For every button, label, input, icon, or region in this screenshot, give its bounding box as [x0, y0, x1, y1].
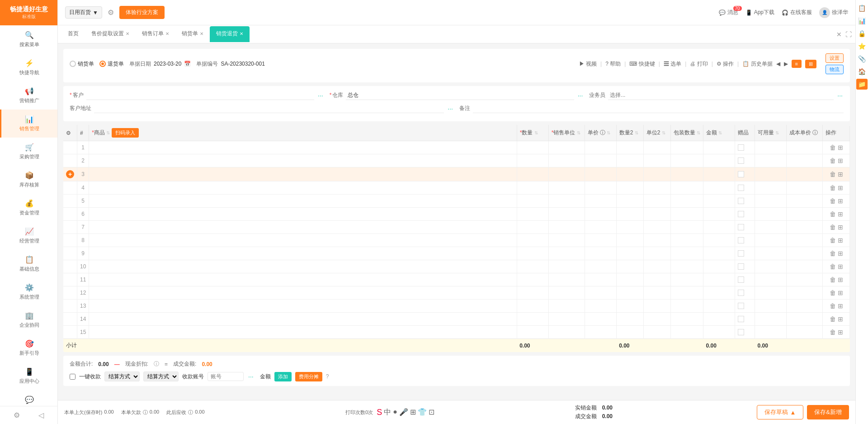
- row-price-5[interactable]: [585, 195, 616, 208]
- row-avail-7[interactable]: [755, 221, 787, 234]
- product-input-13[interactable]: [92, 302, 514, 310]
- row-unit2-13[interactable]: [643, 300, 670, 313]
- row-pack-10[interactable]: [670, 260, 703, 273]
- sidebar-item-marketing[interactable]: 📢 营销推广: [0, 81, 57, 110]
- right-icon-7[interactable]: 📁: [856, 79, 868, 90]
- row-qty-9[interactable]: [517, 247, 548, 260]
- row-qty-5[interactable]: [517, 195, 548, 208]
- copy-icon-4[interactable]: ⊞: [838, 184, 843, 191]
- sidebar-item-appstore[interactable]: 📱 应用中心: [0, 362, 57, 390]
- delete-icon-14[interactable]: 🗑: [830, 315, 836, 323]
- qty-input-5[interactable]: [520, 197, 546, 205]
- row-cost-14[interactable]: [787, 313, 823, 326]
- row-unit-1[interactable]: [548, 141, 585, 154]
- copy-icon-11[interactable]: ⊞: [838, 276, 843, 283]
- qty-input-3[interactable]: [520, 171, 546, 178]
- sidebar-item-newbie[interactable]: 🎯 新手引导: [0, 334, 57, 362]
- gift-checkbox-1[interactable]: [738, 144, 744, 151]
- copy-icon-13[interactable]: ⊞: [838, 302, 843, 310]
- row-avail-4[interactable]: [755, 181, 787, 195]
- list-view-btn[interactable]: ≡: [792, 60, 802, 68]
- row-unit-11[interactable]: [548, 273, 585, 286]
- delete-icon-4[interactable]: 🗑: [830, 184, 836, 191]
- right-icon-6[interactable]: 🏠: [856, 66, 868, 77]
- delete-icon-3[interactable]: 🗑: [830, 171, 836, 178]
- product-input-2[interactable]: [92, 157, 514, 164]
- row-gift-5[interactable]: [735, 195, 755, 208]
- qty-input-14[interactable]: [520, 315, 546, 323]
- history-btn[interactable]: 📋 历史单据: [742, 60, 772, 68]
- row-qty2-13[interactable]: [616, 300, 643, 313]
- app-download-item[interactable]: 📱 App下载: [745, 9, 774, 16]
- radio-return[interactable]: 退货单: [99, 60, 124, 68]
- row-pack-13[interactable]: [670, 300, 703, 313]
- bottom-icon-3[interactable]: ●: [393, 408, 397, 417]
- sidebar-item-shortcut[interactable]: ⚡ 快捷导航: [0, 53, 57, 81]
- bottom-icon-7[interactable]: ⊡: [429, 408, 434, 417]
- row-pack-3[interactable]: [670, 167, 703, 181]
- add-row-btn[interactable]: +: [66, 170, 74, 178]
- copy-icon-12[interactable]: ⊞: [838, 289, 843, 296]
- row-product-15[interactable]: [89, 326, 517, 339]
- gear-icon[interactable]: ⚙: [108, 8, 114, 17]
- row-avail-10[interactable]: [755, 260, 787, 273]
- row-price-9[interactable]: [585, 247, 616, 260]
- row-product-5[interactable]: [89, 195, 517, 208]
- product-input-10[interactable]: [92, 263, 514, 270]
- sidebar-item-system[interactable]: ⚙️ 系统管理: [0, 278, 57, 306]
- row-unit2-4[interactable]: [643, 181, 670, 195]
- row-gift-12[interactable]: [735, 286, 755, 300]
- receivable-icon[interactable]: ⓘ: [188, 409, 193, 416]
- row-unit2-5[interactable]: [643, 195, 670, 208]
- row-gift-2[interactable]: [735, 154, 755, 167]
- row-price-13[interactable]: [585, 300, 616, 313]
- row-unit-15[interactable]: [548, 326, 585, 339]
- row-pack-7[interactable]: [670, 221, 703, 234]
- product-input-9[interactable]: [92, 250, 514, 257]
- add-btn[interactable]: 添加: [274, 372, 292, 381]
- row-pack-6[interactable]: [670, 208, 703, 221]
- row-unit2-12[interactable]: [643, 286, 670, 300]
- row-amount-13[interactable]: [703, 300, 735, 313]
- qty-input-11[interactable]: [520, 276, 546, 283]
- row-unit-2[interactable]: [548, 154, 585, 167]
- row-unit2-7[interactable]: [643, 221, 670, 234]
- qty-input-4[interactable]: [520, 184, 546, 191]
- row-qty-11[interactable]: [517, 273, 548, 286]
- row-cost-13[interactable]: [787, 300, 823, 313]
- row-price-8[interactable]: [585, 234, 616, 247]
- logistics-btn[interactable]: 物流: [826, 65, 844, 74]
- product-input-7[interactable]: [92, 224, 514, 231]
- help-btn[interactable]: ? 帮助: [605, 60, 621, 68]
- copy-icon-9[interactable]: ⊞: [838, 250, 843, 257]
- row-avail-15[interactable]: [755, 326, 787, 339]
- row-price-4[interactable]: [585, 181, 616, 195]
- row-product-2[interactable]: [89, 154, 517, 167]
- settings-gear-icon[interactable]: ⚙: [66, 130, 71, 136]
- row-unit-10[interactable]: [548, 260, 585, 273]
- right-icon-5[interactable]: 📎: [856, 53, 868, 64]
- history-prev-icon[interactable]: ◀: [776, 61, 780, 67]
- row-cost-12[interactable]: [787, 286, 823, 300]
- row-qty2-12[interactable]: [616, 286, 643, 300]
- gift-checkbox-14[interactable]: [738, 316, 744, 322]
- row-price-10[interactable]: [585, 260, 616, 273]
- row-unit-13[interactable]: [548, 300, 585, 313]
- fee-btn[interactable]: 费用分摊: [295, 372, 322, 381]
- tab-home[interactable]: 首页: [61, 26, 85, 42]
- product-input-11[interactable]: [92, 276, 514, 283]
- unit-input-3[interactable]: [552, 171, 582, 178]
- copy-icon-15[interactable]: ⊞: [838, 329, 843, 336]
- row-gift-3[interactable]: [735, 167, 755, 181]
- save-draft-button[interactable]: 保存草稿 ▲: [757, 405, 803, 419]
- row-qty-2[interactable]: [517, 154, 548, 167]
- row-qty2-8[interactable]: [616, 234, 643, 247]
- tab-sale-delivery-close[interactable]: ✕: [200, 31, 203, 36]
- row-cost-6[interactable]: [787, 208, 823, 221]
- row-pack-8[interactable]: [670, 234, 703, 247]
- row-cost-8[interactable]: [787, 234, 823, 247]
- tab-expand-icon[interactable]: ⛶: [845, 31, 852, 38]
- unit-input-8[interactable]: [552, 237, 582, 244]
- amount-sort-icon[interactable]: ⇅: [718, 130, 722, 135]
- row-price-3[interactable]: [585, 167, 616, 181]
